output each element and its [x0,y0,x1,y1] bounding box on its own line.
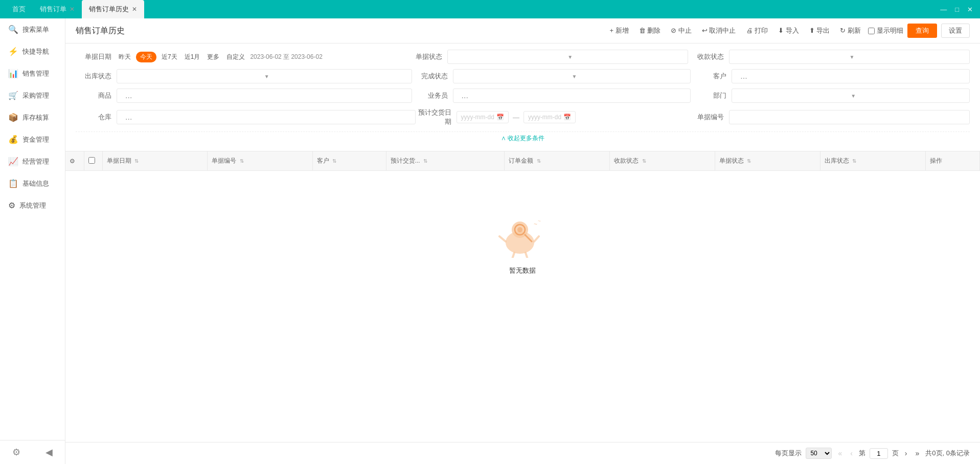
show-detail-checkbox-label: 显示明细 [868,26,903,35]
receipt-status-arrow: ▼ [849,54,965,60]
date-btn-more[interactable]: 更多 [205,52,221,62]
operations-icon: 📈 [8,157,18,166]
empty-state-cell: ~ ~ 暂无数据 [65,171,980,317]
th-receipt-status[interactable]: 收款状态 ⇅ [610,151,715,171]
stop-button[interactable]: ⊘ 中止 [668,24,695,37]
show-detail-checkbox[interactable] [868,28,875,34]
tab-sales-order-close[interactable]: ✕ [70,6,75,13]
tab-sales-order-history-close[interactable]: ✕ [132,6,137,13]
expected-date-to[interactable]: yyyy-mm-dd 📅 [523,111,576,123]
data-table: ⚙ 单据日期 ⇅ 单据编号 ⇅ 客户 [65,151,980,316]
dept-select[interactable]: ▼ [732,89,970,103]
bill-no-input[interactable] [729,110,970,124]
tab-home[interactable]: 首页 [5,0,33,18]
export-button[interactable]: ⬆ 导出 [806,24,833,37]
main-layout: 🔍 搜索菜单 ⚡ 快捷导航 📊 销售管理 🛒 采购管理 📦 库存核算 💰 资金管… [0,18,980,464]
tab-sales-order-history[interactable]: 销售订单历史 ✕ [82,0,144,18]
sidebar-item-search-menu[interactable]: 🔍 搜索菜单 [0,18,65,40]
th-bill-date[interactable]: 单据日期 ⇅ [102,151,208,171]
svg-text:~: ~ [534,220,537,228]
complete-status-select[interactable]: ▼ [453,69,691,83]
sidebar-item-system[interactable]: ⚙ 系统管理 [0,194,65,216]
quick-nav-icon: ⚡ [8,47,18,56]
warehouse-ellipsis[interactable]: ... [121,113,136,122]
sidebar-item-purchase-label: 采购管理 [22,91,49,100]
bill-status-select[interactable]: ▼ [447,50,688,64]
th-out-status[interactable]: 出库状态 ⇅ [820,151,925,171]
sidebar-item-operations[interactable]: 📈 经营管理 [0,150,65,172]
date-btn-yesterday[interactable]: 昨天 [117,52,133,62]
jump-unit-label: 页 [892,449,899,458]
select-all-checkbox[interactable] [88,157,95,164]
salesperson-input[interactable]: ... [453,89,691,103]
sidebar-item-quick-nav-label: 快捷导航 [22,47,49,56]
cal-icon-to: 📅 [563,114,571,121]
top-bar: 首页 销售订单 ✕ 销售订单历史 ✕ — □ ✕ [0,0,980,18]
receipt-status-select[interactable]: ▼ [729,50,970,64]
th-order-amount[interactable]: 订单金额 ⇅ [505,151,610,171]
new-button[interactable]: + 新增 [606,24,631,37]
top-bar-window-actions: — □ ✕ [938,5,975,14]
tab-sales-order-history-label: 销售订单历史 [89,5,129,14]
goods-input[interactable]: ... [117,89,412,103]
refresh-button[interactable]: ↻ 刷新 [837,24,864,37]
collapse-more-btn[interactable]: ∧ 收起更多条件 [76,131,970,145]
goods-ellipsis[interactable]: ... [121,91,136,100]
th-expected-delivery[interactable]: 预计交货... ⇅ [386,151,505,171]
expected-date-from[interactable]: yyyy-mm-dd 📅 [457,111,509,123]
query-button[interactable]: 查询 [907,24,937,38]
th-settings[interactable]: ⚙ [65,151,84,171]
window-minimize-button[interactable]: — [938,5,949,14]
receipt-status-label: 收款状态 [688,52,729,61]
sidebar-item-base-info[interactable]: 📋 基础信息 [0,172,65,194]
sidebar-item-purchase[interactable]: 🛒 采购管理 [0,84,65,106]
prev-page-button[interactable]: ‹ [848,448,855,458]
page-input[interactable] [870,448,888,459]
date-btn-custom[interactable]: 自定义 [224,52,247,62]
print-button[interactable]: 🖨 打印 [743,24,771,37]
filter-row-2: 出库状态 ▼ 完成状态 ▼ 客户 ... [76,69,970,83]
sidebar-settings-button[interactable]: ⚙ [8,445,25,460]
window-close-button[interactable]: ✕ [965,5,975,14]
date-btn-1month[interactable]: 近1月 [183,52,202,62]
th-bill-no[interactable]: 单据编号 ⇅ [208,151,313,171]
total-info-text: 共0页, 0条记录 [925,449,970,458]
date-btn-7days[interactable]: 近7天 [159,52,179,62]
out-status-select[interactable]: ▼ [117,69,412,83]
svg-line-7 [512,253,514,258]
per-page-select[interactable]: 50 10 20 100 [806,448,832,459]
sidebar-item-finance[interactable]: 💰 资金管理 [0,128,65,150]
delete-button[interactable]: 🗑 删除 [636,24,664,37]
th-customer[interactable]: 客户 ⇅ [313,151,386,171]
out-status-arrow: ▼ [264,74,407,79]
sidebar-item-sales[interactable]: 📊 销售管理 [0,62,65,84]
header-actions: + 新增 🗑 删除 ⊘ 中止 ↩ 取消中止 🖨 打印 ⬇ 导入 ⬆ 导出 ↻ 刷… [606,24,970,38]
sidebar-item-sales-label: 销售管理 [22,69,49,78]
sidebar-collapse-button[interactable]: ◀ [41,445,57,460]
warehouse-input[interactable]: ... [117,110,416,124]
date-range-text: 2023-06-02 至 2023-06-02 [250,53,322,61]
sidebar-item-search-menu-label: 搜索菜单 [22,25,49,34]
settings-button[interactable]: 设置 [941,24,970,38]
sidebar-item-quick-nav[interactable]: ⚡ 快捷导航 [0,40,65,62]
last-page-button[interactable]: » [914,448,922,458]
empty-illustration: ~ ~ [492,212,553,258]
next-page-button[interactable]: › [903,448,909,458]
customer-input[interactable]: ... [732,69,970,83]
sidebar-item-inventory[interactable]: 📦 库存核算 [0,106,65,128]
tab-sales-order[interactable]: 销售订单 ✕ [33,0,82,18]
date-btn-today[interactable]: 今天 [136,52,156,62]
first-page-button[interactable]: « [836,448,844,458]
filter-section: 单据日期 昨天 今天 近7天 近1月 更多 自定义 2023-06-02 至 2… [65,43,980,151]
filter-row-1: 单据日期 昨天 今天 近7天 近1月 更多 自定义 2023-06-02 至 2… [76,50,970,64]
window-maximize-button[interactable]: □ [953,5,961,14]
th-bill-status[interactable]: 单据状态 ⇅ [715,151,821,171]
salesperson-ellipsis[interactable]: ... [458,91,472,100]
import-button[interactable]: ⬇ 导入 [775,24,802,37]
date-separator: — [511,114,521,121]
tab-sales-order-label: 销售订单 [40,5,66,14]
customer-ellipsis[interactable]: ... [736,72,751,81]
svg-line-8 [526,253,528,258]
cancel-stop-button[interactable]: ↩ 取消中止 [699,24,739,37]
table-body: ~ ~ 暂无数据 [65,171,980,317]
